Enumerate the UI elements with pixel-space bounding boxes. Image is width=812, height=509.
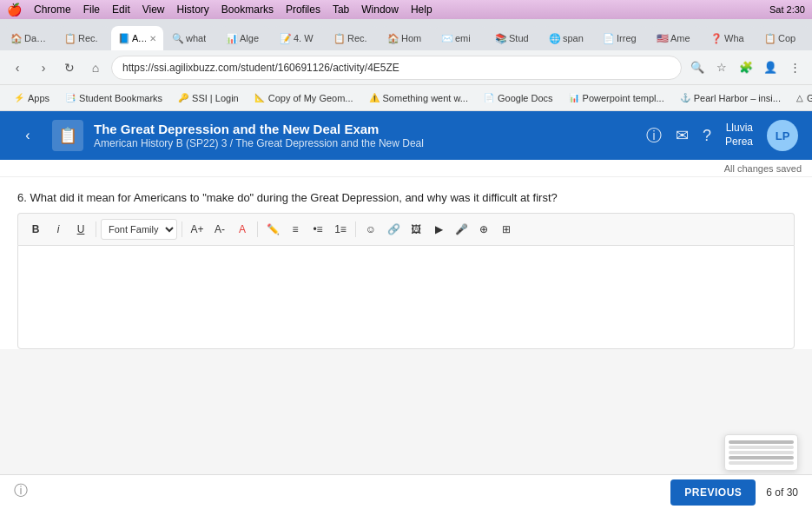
url-text: https://ssi.agilixbuzz.com/student/16069… xyxy=(122,62,399,74)
tabs-bar: 🏠 Dash! 📋 Rec. 📘 A × ✕ 🔍 what 📊 Alge 📝 4… xyxy=(0,19,812,50)
numbered-list-button[interactable]: 1≡ xyxy=(330,219,351,240)
more-button[interactable]: ⊕ xyxy=(473,219,494,240)
emoji-button[interactable]: ☺ xyxy=(360,219,381,240)
format-button[interactable]: ≡ xyxy=(285,219,306,240)
help-icon[interactable]: ? xyxy=(703,127,711,145)
editor-area[interactable] xyxy=(17,245,795,349)
audio-button[interactable]: 🎤 xyxy=(451,219,472,240)
font-family-select[interactable]: Font Family xyxy=(101,219,177,240)
star-icon[interactable]: ☆ xyxy=(711,57,732,78)
tab-what[interactable]: 🔍 what xyxy=(165,26,217,50)
exam-title: The Great Depression and the New Deal Ex… xyxy=(94,122,636,136)
video-button[interactable]: ▶ xyxy=(428,219,449,240)
changes-saved-text: All changes saved xyxy=(724,163,802,174)
menu-view[interactable]: View xyxy=(142,3,165,16)
tab-active[interactable]: 📘 A × ✕ xyxy=(111,26,163,50)
tab-emi[interactable]: ✉️ emi xyxy=(434,26,486,50)
menu-chrome[interactable]: Chrome xyxy=(34,3,71,16)
bookmark-went[interactable]: ⚠️Something went w... xyxy=(362,89,475,108)
reload-button[interactable]: ↻ xyxy=(59,57,80,78)
back-button[interactable]: ‹ xyxy=(7,57,28,78)
forward-button[interactable]: › xyxy=(33,57,54,78)
address-bar: ‹ › ↻ ⌂ https://ssi.agilixbuzz.com/stude… xyxy=(0,50,812,85)
question-text: 6. What did it mean for Americans to "ma… xyxy=(17,191,795,204)
toolbar-divider-1 xyxy=(96,221,96,237)
bookmark-gdocs[interactable]: 📄Google Docs xyxy=(477,89,560,108)
thumb-line-3 xyxy=(729,451,794,454)
bookmark-geom[interactable]: 📐Copy of My Geom... xyxy=(248,89,360,108)
editor-toolbar: B i U Font Family A+ A- A ✏️ ≡ •≡ 1≡ ☺ 🔗… xyxy=(17,213,795,245)
menubar-time: Sat 2:30 xyxy=(769,4,805,15)
header-text: The Great Depression and the New Deal Ex… xyxy=(94,122,636,149)
changes-saved-bar: All changes saved xyxy=(0,160,812,177)
tab-alge[interactable]: 📊 Alge xyxy=(219,26,271,50)
menu-history[interactable]: History xyxy=(177,3,209,16)
extensions-icon[interactable]: 🧩 xyxy=(736,57,756,78)
font-size-down-button[interactable]: A- xyxy=(209,219,230,240)
bullet-list-button[interactable]: •≡ xyxy=(307,219,328,240)
tab-hom[interactable]: 🏠 Hom xyxy=(380,26,432,50)
thumbnail-panel xyxy=(724,434,798,471)
highlight-button[interactable]: A xyxy=(232,219,253,240)
page-indicator: 6 of 30 xyxy=(766,486,798,499)
exam-subtitle: American History B (SP22) 3 / The Great … xyxy=(94,137,636,149)
bottom-info-icon[interactable]: ⓘ xyxy=(14,482,28,500)
info-icon[interactable]: ⓘ xyxy=(646,125,662,146)
user-name: LluviaPerea xyxy=(725,122,753,149)
thumb-line-5 xyxy=(729,461,794,465)
bookmark-ssi[interactable]: 🔑SSI | Login xyxy=(171,89,246,108)
bookmark-apps[interactable]: ⚡Apps xyxy=(7,89,56,108)
bookmarks-bar: ⚡Apps 📑Student Bookmarks 🔑SSI | Login 📐C… xyxy=(0,85,812,111)
home-button[interactable]: ⌂ xyxy=(85,57,106,78)
menu-profiles[interactable]: Profiles xyxy=(286,3,320,16)
thumb-line-4 xyxy=(729,456,794,459)
profile-icon[interactable]: 👤 xyxy=(760,57,781,78)
toolbar-divider-4 xyxy=(355,221,356,237)
app-header: ‹ 📋 The Great Depression and the New Dea… xyxy=(0,111,812,160)
image-button[interactable]: 🖼 xyxy=(406,219,426,240)
bold-button[interactable]: B xyxy=(25,219,46,240)
header-back-button[interactable]: ‹ xyxy=(14,122,42,149)
menu-help[interactable]: Help xyxy=(411,3,432,16)
thumb-line-1 xyxy=(729,440,794,444)
underline-button[interactable]: U xyxy=(70,219,91,240)
tab-cop[interactable]: 📋 Cop xyxy=(757,26,809,50)
tab-stud[interactable]: 📚 Stud xyxy=(488,26,540,50)
bookmark-student[interactable]: 📑Student Bookmarks xyxy=(58,89,169,108)
menu-bookmarks[interactable]: Bookmarks xyxy=(221,3,274,16)
menubar: 🍎 Chrome File Edit View History Bookmark… xyxy=(0,0,812,19)
apple-menu[interactable]: 🍎 xyxy=(7,3,22,17)
menu-window[interactable]: Window xyxy=(361,3,399,16)
table-button[interactable]: ⊞ xyxy=(496,219,517,240)
bottom-bar: PREVIOUS 6 of 30 xyxy=(0,474,812,509)
main-content: 6. What did it mean for Americans to "ma… xyxy=(0,177,812,349)
tab-ame[interactable]: 🇺🇸 Ame xyxy=(650,26,702,50)
menu-icon[interactable]: ⋮ xyxy=(784,57,805,78)
font-size-up-button[interactable]: A+ xyxy=(187,219,208,240)
thumb-line-2 xyxy=(729,446,794,449)
user-avatar[interactable]: LP xyxy=(767,120,798,151)
url-bar[interactable]: https://ssi.agilixbuzz.com/student/16069… xyxy=(111,56,682,80)
send-icon[interactable]: ✉ xyxy=(676,126,689,145)
toolbar-divider-3 xyxy=(257,221,258,237)
bookmark-pearl[interactable]: ⚓Pearl Harbor – insi... xyxy=(673,89,788,108)
tab-4w[interactable]: 📝 4. W xyxy=(273,26,325,50)
previous-button[interactable]: PREVIOUS xyxy=(670,479,756,506)
search-icon[interactable]: 🔍 xyxy=(687,57,708,78)
tab-wha[interactable]: ❓ Wha xyxy=(703,26,756,50)
bookmark-drive[interactable]: △Google Drive xyxy=(789,89,812,108)
toolbar-divider-2 xyxy=(182,221,182,237)
tab-irreg[interactable]: 📄 Irreg xyxy=(596,26,648,50)
menu-tab[interactable]: Tab xyxy=(333,3,349,16)
header-right: ⓘ ✉ ? LluviaPerea LP xyxy=(646,120,798,151)
tab-rec1[interactable]: 📋 Rec. xyxy=(57,26,109,50)
menu-edit[interactable]: Edit xyxy=(112,3,130,16)
link-button[interactable]: 🔗 xyxy=(383,219,404,240)
tab-span[interactable]: 🌐 span xyxy=(542,26,594,50)
italic-button[interactable]: i xyxy=(48,219,69,240)
paint-button[interactable]: ✏️ xyxy=(262,219,283,240)
tab-rec2[interactable]: 📋 Rec. xyxy=(327,26,379,50)
tab-dash[interactable]: 🏠 Dash! xyxy=(3,26,56,50)
menu-file[interactable]: File xyxy=(83,3,100,16)
bookmark-ppt[interactable]: 📊Powerpoint templ... xyxy=(562,89,671,108)
